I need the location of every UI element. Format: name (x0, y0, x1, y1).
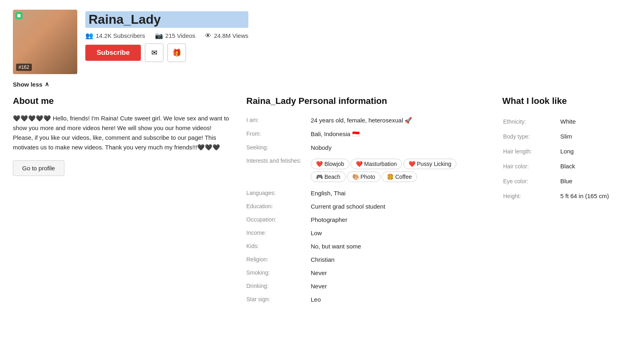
look-row: Ethnicity:White (503, 114, 630, 128)
personal-row-value: Low (311, 226, 486, 240)
look-row-value: Black (560, 159, 630, 173)
look-row-label: Ethnicity: (503, 114, 559, 128)
look-section: What I look like Ethnicity:WhiteBody typ… (502, 96, 631, 306)
look-row: Eye color:Blue (503, 174, 630, 188)
profile-header: #162 Raina_Lady 👥 14.2K Subscribers 📷 21… (13, 10, 631, 74)
look-row-value: White (560, 114, 630, 128)
personal-row-label: Religion: (246, 253, 311, 266)
gift-button[interactable]: 🎁 (167, 43, 186, 62)
show-less-label: Show less (13, 81, 42, 88)
videos-icon: 📷 (155, 32, 163, 39)
look-row-value: Long (560, 144, 630, 158)
online-indicator (15, 12, 23, 19)
personal-row-label: Education: (246, 200, 311, 213)
go-to-profile-button[interactable]: Go to profile (13, 160, 64, 176)
show-less-toggle[interactable]: Show less ∧ (13, 81, 631, 88)
personal-row: Income:Low (246, 226, 486, 240)
personal-row-value: Current grad school student (311, 200, 486, 213)
chevron-up-icon: ∧ (45, 81, 49, 88)
look-row-label: Eye color: (503, 174, 559, 188)
about-text: 🖤🖤🖤🖤🖤 Hello, friends! I'm Raina! Cute sw… (13, 114, 230, 152)
personal-row: I am:24 years old, female, heterosexual … (246, 114, 486, 127)
interests-row: Interests and fetishes:❤️ Blowjob❤️ Mast… (246, 154, 486, 186)
interest-tag[interactable]: 🎮 Beach (311, 172, 346, 182)
gift-icon: 🎁 (172, 48, 181, 57)
personal-row-value: Christian (311, 253, 486, 266)
interests-tags: ❤️ Blowjob❤️ Masturbation❤️ Pussy Lickin… (311, 154, 486, 186)
message-icon: ✉ (151, 48, 157, 57)
personal-row-label: Occupation: (246, 213, 311, 226)
personal-row: Occupation:Photographer (246, 213, 486, 226)
personal-row-label: Kids: (246, 240, 311, 253)
personal-row-value: Nobody (311, 141, 486, 154)
personal-row-label: Seeking: (246, 141, 311, 154)
videos-stat: 📷 215 Videos (155, 32, 196, 39)
profile-name: Raina_Lady (85, 11, 248, 28)
look-row: Height:5 ft 64 in (165 cm) (503, 189, 630, 203)
personal-row: Languages:English, Thai (246, 186, 486, 200)
personal-section: Raina_Lady Personal information I am:24 … (246, 96, 502, 306)
personal-row-value: Bali, Indonesia 🇮🇩 (311, 127, 486, 141)
views-count: 24.8M Views (214, 32, 248, 39)
subscribe-button[interactable]: Subscribe (85, 45, 141, 61)
interests-label: Interests and fetishes: (246, 154, 311, 186)
look-row-value: Blue (560, 174, 630, 188)
look-row-label: Hair color: (503, 159, 559, 173)
profile-stats: 👥 14.2K Subscribers 📷 215 Videos 👁 24.8M… (85, 32, 248, 39)
personal-row-label: Star sign: (246, 293, 311, 306)
look-row-label: Hair length: (503, 144, 559, 158)
look-row-label: Body type: (503, 129, 559, 143)
look-row-label: Height: (503, 189, 559, 203)
personal-row: Religion:Christian (246, 253, 486, 266)
interest-tag[interactable]: 🎨 Photo (347, 172, 380, 182)
personal-row-value: Photographer (311, 213, 486, 226)
avatar-badge: #162 (16, 64, 32, 71)
personal-row-value: No, but want some (311, 240, 486, 253)
personal-row-label: Languages: (246, 186, 311, 200)
personal-row: Smoking:Never (246, 266, 486, 279)
personal-row-value: Never (311, 279, 486, 293)
personal-row-label: From: (246, 127, 311, 141)
personal-row: Seeking:Nobody (246, 141, 486, 154)
personal-row: Star sign:Leo (246, 293, 486, 306)
subscribers-icon: 👥 (85, 32, 93, 39)
personal-row-label: Income: (246, 226, 311, 240)
look-row-value: Slim (560, 129, 630, 143)
interest-tag[interactable]: ❤️ Blowjob (311, 159, 349, 169)
personal-row-value: English, Thai (311, 186, 486, 200)
main-content: About me 🖤🖤🖤🖤🖤 Hello, friends! I'm Raina… (13, 96, 631, 306)
message-button[interactable]: ✉ (145, 43, 163, 62)
look-row: Body type:Slim (503, 129, 630, 143)
subscribers-count: 14.2K Subscribers (96, 32, 145, 39)
look-row: Hair color:Black (503, 159, 630, 173)
videos-count: 215 Videos (165, 32, 196, 39)
interest-tag[interactable]: 🍔 Coffee (382, 172, 417, 182)
profile-info: Raina_Lady 👥 14.2K Subscribers 📷 215 Vid… (85, 10, 248, 62)
look-row: Hair length:Long (503, 144, 630, 158)
profile-actions: Subscribe ✉ 🎁 (85, 43, 248, 62)
personal-info-table: I am:24 years old, female, heterosexual … (246, 114, 486, 306)
interest-tag[interactable]: ❤️ Pussy Licking (403, 159, 456, 169)
personal-row: From:Bali, Indonesia 🇮🇩 (246, 127, 486, 141)
look-title: What I look like (502, 96, 631, 106)
personal-row-label: I am: (246, 114, 311, 127)
about-section: About me 🖤🖤🖤🖤🖤 Hello, friends! I'm Raina… (13, 96, 246, 306)
views-icon: 👁 (205, 32, 211, 39)
personal-row: Drinking:Never (246, 279, 486, 293)
personal-title: Raina_Lady Personal information (246, 96, 486, 106)
subscribers-stat: 👥 14.2K Subscribers (85, 32, 145, 39)
personal-row-value: Leo (311, 293, 486, 306)
personal-row: Kids:No, but want some (246, 240, 486, 253)
personal-row-value: 24 years old, female, heterosexual 🚀 (311, 114, 486, 127)
look-table: Ethnicity:WhiteBody type:SlimHair length… (502, 114, 631, 204)
personal-row: Education:Current grad school student (246, 200, 486, 213)
about-title: About me (13, 96, 230, 106)
interest-tag[interactable]: ❤️ Masturbation (351, 159, 402, 169)
personal-row-value: Never (311, 266, 486, 279)
avatar-wrap: #162 (13, 10, 77, 74)
personal-row-label: Drinking: (246, 279, 311, 293)
look-row-value: 5 ft 64 in (165 cm) (560, 189, 630, 203)
personal-row-label: Smoking: (246, 266, 311, 279)
page: #162 Raina_Lady 👥 14.2K Subscribers 📷 21… (0, 0, 644, 316)
views-stat: 👁 24.8M Views (205, 32, 248, 39)
